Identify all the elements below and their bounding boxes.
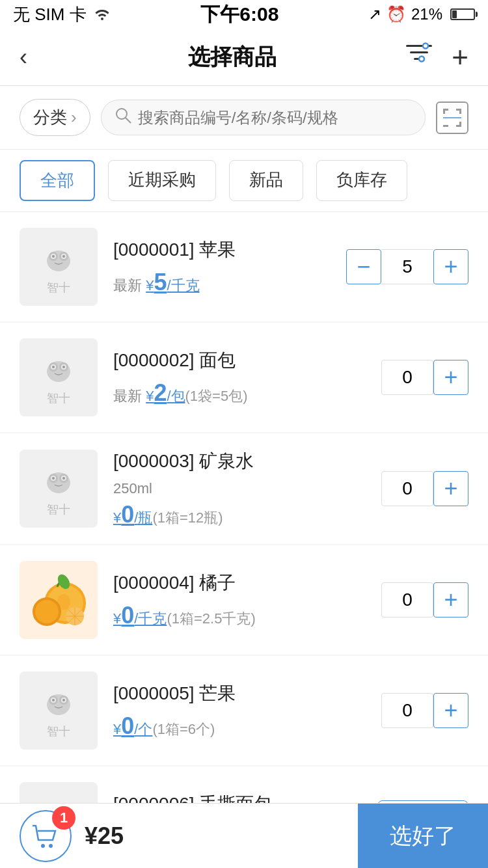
quantity-input-3[interactable] <box>381 471 433 506</box>
status-left: 无 SIM 卡 <box>13 3 111 26</box>
product-info-5: [0000005] 芒果 ¥0/个(1箱=6个) <box>113 681 366 740</box>
product-image-2: 智十 <box>20 338 98 416</box>
back-button[interactable]: ‹ <box>20 44 59 71</box>
filter-tabs: 全部 近期采购 新品 负库存 <box>0 150 488 212</box>
product-item-1: 智十 [0000001] 苹果 最新 ¥5/千克 − + <box>0 212 488 321</box>
category-arrow-icon: › <box>71 107 77 128</box>
product-item-4: [0000004] 橘子 ¥0/千克(1箱=2.5千克) + <box>0 545 488 655</box>
product-image-5: 智十 <box>20 671 98 750</box>
search-icon <box>115 107 131 128</box>
filter-icon[interactable] <box>406 42 432 72</box>
plus-button-2[interactable]: + <box>433 360 468 395</box>
tab-all[interactable]: 全部 <box>20 160 95 201</box>
category-label: 分类 <box>33 106 67 129</box>
cart-area: 1 ¥25 <box>0 810 358 862</box>
svg-line-6 <box>126 118 131 123</box>
quantity-control-4: + <box>381 582 468 617</box>
battery-label: 21% <box>411 5 442 23</box>
product-name-5: [0000005] 芒果 <box>113 681 366 706</box>
page-title: 选择商品 <box>188 42 277 72</box>
product-image-3: 智十 <box>20 450 98 528</box>
product-list: 智十 [0000001] 苹果 最新 ¥5/千克 − + <box>0 212 488 868</box>
category-button[interactable]: 分类 › <box>20 99 90 136</box>
product-price-3: ¥0/瓶(1箱=12瓶) <box>113 501 366 528</box>
product-item-2: 智十 [0000002] 面包 最新 ¥2/包(1袋=5包) + <box>0 323 488 432</box>
svg-point-22 <box>62 255 65 258</box>
product-spec-3: 250ml <box>113 480 366 497</box>
bottom-bar: 1 ¥25 选好了 <box>0 803 488 868</box>
svg-point-54 <box>62 699 65 701</box>
search-box <box>101 100 426 135</box>
quantity-input-5[interactable] <box>381 693 433 728</box>
quantity-control-1: − + <box>346 249 468 284</box>
svg-point-35 <box>52 477 55 480</box>
tab-negative[interactable]: 负库存 <box>316 160 407 201</box>
product-price-1: 最新 ¥5/千克 <box>113 269 331 296</box>
svg-point-4 <box>419 57 424 62</box>
quantity-input-4[interactable] <box>381 582 433 617</box>
svg-point-53 <box>52 699 55 701</box>
product-info-3: [0000003] 矿泉水 250ml ¥0/瓶(1箱=12瓶) <box>113 449 366 528</box>
svg-rect-14 <box>459 122 461 127</box>
status-bar: 无 SIM 卡 下午6:08 ↗ ⏰ 21% <box>0 0 488 29</box>
carrier-label: 无 SIM 卡 <box>13 3 87 26</box>
confirm-button[interactable]: 选好了 <box>358 804 488 868</box>
minus-button-1[interactable]: − <box>346 249 381 284</box>
plus-button-1[interactable]: + <box>433 249 468 284</box>
product-price-4: ¥0/千克(1箱=2.5千克) <box>113 602 366 629</box>
svg-point-28 <box>52 366 55 368</box>
quantity-control-5: + <box>381 693 468 728</box>
total-price: ¥25 <box>85 822 124 850</box>
plus-button-4[interactable]: + <box>433 582 468 617</box>
svg-point-3 <box>423 44 428 49</box>
tab-recent[interactable]: 近期采购 <box>108 160 216 201</box>
svg-rect-10 <box>459 109 461 114</box>
quantity-control-2: + <box>381 360 468 395</box>
product-name-2: [0000002] 面包 <box>113 348 366 373</box>
product-item-3: 智十 [0000003] 矿泉水 250ml ¥0/瓶(1箱=12瓶) + <box>0 433 488 544</box>
search-area: 分类 › <box>0 86 488 150</box>
search-input[interactable] <box>138 109 412 127</box>
quantity-input-1[interactable] <box>381 249 433 284</box>
product-price-2: 最新 ¥2/包(1袋=5包) <box>113 379 366 407</box>
svg-point-66 <box>49 844 53 848</box>
svg-rect-8 <box>443 109 445 114</box>
product-info-2: [0000002] 面包 最新 ¥2/包(1袋=5包) <box>113 348 366 407</box>
product-image-4 <box>20 561 98 639</box>
location-icon: ↗ <box>368 5 381 23</box>
nav-bar: ‹ 选择商品 + <box>0 29 488 86</box>
cart-badge: 1 <box>52 806 75 830</box>
svg-rect-1 <box>410 51 428 53</box>
svg-point-5 <box>116 109 127 119</box>
cart-button[interactable]: 1 <box>20 810 72 862</box>
battery-icon <box>450 8 475 20</box>
product-item-5: 智十 [0000005] 芒果 ¥0/个(1箱=6个) + <box>0 656 488 765</box>
product-image-1: 智十 <box>20 228 98 306</box>
plus-button-3[interactable]: + <box>433 471 468 506</box>
product-name-1: [0000001] 苹果 <box>113 237 331 262</box>
product-info-4: [0000004] 橘子 ¥0/千克(1箱=2.5千克) <box>113 571 366 629</box>
alarm-icon: ⏰ <box>386 5 406 23</box>
quantity-control-3: + <box>381 471 468 506</box>
status-time: 下午6:08 <box>200 1 278 28</box>
tab-new[interactable]: 新品 <box>229 160 303 201</box>
svg-point-41 <box>35 600 59 623</box>
add-button[interactable]: + <box>452 41 468 74</box>
product-name-3: [0000003] 矿泉水 <box>113 449 366 474</box>
plus-button-5[interactable]: + <box>433 693 468 728</box>
svg-point-29 <box>62 366 65 368</box>
svg-point-21 <box>52 255 55 258</box>
scan-button[interactable] <box>436 102 468 134</box>
wifi-icon <box>93 5 111 25</box>
svg-point-36 <box>62 477 65 480</box>
quantity-input-2[interactable] <box>381 360 433 395</box>
product-info-1: [0000001] 苹果 最新 ¥5/千克 <box>113 237 331 296</box>
svg-point-65 <box>41 844 45 848</box>
nav-right-actions: + <box>406 41 468 74</box>
product-price-5: ¥0/个(1箱=6个) <box>113 712 366 740</box>
status-right: ↗ ⏰ 21% <box>368 5 475 23</box>
svg-rect-12 <box>443 125 448 127</box>
product-name-4: [0000004] 橘子 <box>113 571 366 595</box>
